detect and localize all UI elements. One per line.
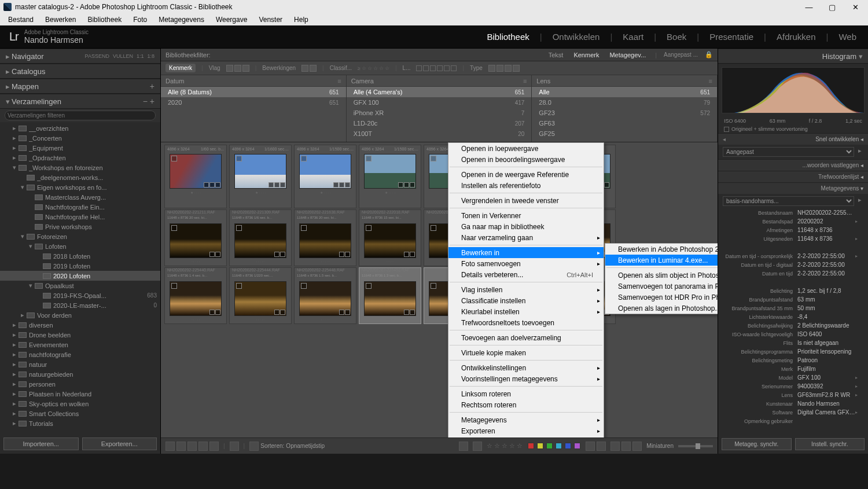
context-menu-item[interactable]: Metagegevens▸ <box>448 414 604 425</box>
menu-weergave[interactable]: Weergave <box>210 14 253 25</box>
collection-item[interactable]: ▾Fotoreizen <box>0 231 160 241</box>
metadata-row[interactable]: iPhone XR7 <box>347 108 532 118</box>
metadata-field[interactable] <box>718 243 868 252</box>
loupe-view-button[interactable] <box>176 442 186 451</box>
filter-tab-kenmerk[interactable]: Kenmerk <box>571 52 601 58</box>
thumbnail-grid[interactable]: 4896 x 32641/60 sec. b...★ · · · ·4896 x… <box>161 142 718 437</box>
sort-direction-button[interactable] <box>249 442 259 451</box>
context-menu-item[interactable]: Samenvoegen tot HDR Pro in Photoshop... <box>605 292 718 303</box>
color-label-button[interactable] <box>528 443 534 449</box>
collection-item[interactable]: 2018 Lofoten <box>0 251 160 261</box>
context-menu-item[interactable]: Samenvoegen tot panorama in Photoshop... <box>605 281 718 292</box>
context-menu-item[interactable]: Classificatie instellen▸ <box>448 295 604 306</box>
thumbnail-cell[interactable]: NH20200202-225444.RAF11648 x 8736 1/220 … <box>229 267 292 324</box>
collection-item[interactable]: ▸personen <box>0 379 160 389</box>
thumbnail-cell[interactable]: NH20200202-222018.RAF11648 x 8736 15 sec… <box>359 209 421 266</box>
metadata-field[interactable] <box>718 278 868 286</box>
metadata-field[interactable]: ModelGFX 100▸ <box>718 373 868 382</box>
context-menu-item[interactable]: Openen in beoordelingsweergave <box>448 154 604 165</box>
histogram-panel[interactable]: Histogram ▾ <box>718 49 868 64</box>
collection-item[interactable]: ▾_Workshops en fotoreizen <box>0 163 160 172</box>
minimize-button[interactable]: — <box>800 3 818 12</box>
context-menu-item[interactable]: Vergrendelen in tweede venster <box>448 195 604 206</box>
color-filter[interactable] <box>416 65 457 71</box>
collection-item[interactable]: ▸Drone beelden <box>0 330 160 340</box>
metadata-row[interactable]: GF25 <box>532 128 717 139</box>
collection-item[interactable]: ▾Eigen workshops en fo... <box>0 182 160 192</box>
collection-item[interactable]: ▾Lofoten <box>0 241 160 251</box>
thumbnail-size-slider[interactable] <box>678 445 713 447</box>
metadata-field[interactable]: Brandpuntsafstand 35 mm50 mm <box>718 304 868 312</box>
sort-dropdown[interactable]: Opnametijdstip <box>286 443 325 449</box>
menu-metagegevens[interactable]: Metagegevens <box>153 14 210 25</box>
people-view-button[interactable] <box>209 442 219 451</box>
collection-item[interactable]: 2020-LE-master-...0 <box>0 300 160 310</box>
metadata-preset-select[interactable]: basis-nandoharms... <box>723 196 854 206</box>
color-label-button[interactable] <box>537 443 543 449</box>
context-submenu[interactable]: Bewerken in Adobe Photoshop 2020...Bewer… <box>605 243 718 314</box>
keywording-panel[interactable]: ...woorden vastleggen ◂ <box>718 159 868 171</box>
thumbnail-cell[interactable]: NH20200202-221638.RAF11648 x 8736 20 sec… <box>294 209 356 266</box>
thumbnail-cell[interactable]: 4896 x 32641/60 sec. b...★ · · · · <box>164 145 227 208</box>
module-ontwikkelen[interactable]: Ontwikkelen <box>550 32 602 42</box>
rotate-left-button[interactable] <box>586 442 595 451</box>
rotate-buttons[interactable] <box>586 442 606 451</box>
maximize-button[interactable]: ▢ <box>823 3 841 12</box>
metadata-field[interactable]: BestandsnaamNH20200202-225500.RAF <box>718 208 868 217</box>
quickdev-preset-select[interactable]: Aangepast <box>723 147 854 157</box>
sync-metadata-button[interactable]: Metageg. synchr. <box>722 438 792 450</box>
survey-view-button[interactable] <box>198 442 208 451</box>
color-label-button[interactable] <box>565 443 571 449</box>
thumbnail-cell[interactable]: NH20200202-225440.RAF11648 x 8736 1.4 se… <box>164 267 227 324</box>
verzamelingen-panel[interactable]: ▾ Verzamelingen − + <box>0 94 160 109</box>
metadata-field[interactable]: BelichtingsmetingPatroon <box>718 356 868 365</box>
metadata-column-header[interactable]: Lens≡ <box>532 75 717 87</box>
color-label-button[interactable] <box>556 443 562 449</box>
grid-view-button[interactable] <box>165 442 175 451</box>
collection-item[interactable]: 2019 Lofoten <box>0 261 160 271</box>
context-menu-item[interactable]: Trefwoordsneltoets toevoegen <box>448 317 604 328</box>
export-button[interactable]: Exporteren... <box>82 437 157 450</box>
play-button[interactable] <box>621 442 631 451</box>
thumbnail-cell[interactable]: 4896 x 32641/1600 sec....★ · · · · <box>229 145 292 208</box>
thumbnail-cell[interactable]: 4896 x 32641/1500 sec....★ · · · · <box>359 145 421 208</box>
metadata-row[interactable]: L1D-20c207 <box>347 118 532 128</box>
menu-help[interactable]: Help <box>288 14 314 25</box>
module-web[interactable]: Web <box>836 32 859 42</box>
context-menu-item[interactable]: Tonen in Verkenner <box>448 210 604 221</box>
metadata-column-header[interactable]: Datum≡ <box>161 75 346 87</box>
context-menu-item[interactable]: Foto samenvoegen▸ <box>448 258 604 269</box>
context-menu-item[interactable]: Bewerken in▸ <box>448 247 604 258</box>
painter-button[interactable] <box>230 442 239 451</box>
mappen-panel[interactable]: ▸ Mappen + <box>0 79 160 94</box>
metadata-field[interactable]: Uitgesneden11648 x 8736▸ <box>718 234 868 243</box>
attribute-kenmerk[interactable]: Kenmerk <box>165 64 196 72</box>
collection-item[interactable]: ▾Opaalkust <box>0 281 160 291</box>
checkbox-icon[interactable] <box>724 127 729 132</box>
prev-button[interactable] <box>610 442 620 451</box>
context-menu-item[interactable]: Naar verzameling gaan▸ <box>448 232 604 243</box>
collection-item[interactable]: Masterclass Auverg... <box>0 192 160 202</box>
filter-tab-tekst[interactable]: Tekst <box>546 52 566 58</box>
metadata-row[interactable]: GFX 100417 <box>347 97 532 108</box>
rating-stars[interactable]: ☆☆☆☆☆ <box>487 442 523 450</box>
collection-item[interactable]: 2020 Lofoten <box>0 271 160 281</box>
metadata-field[interactable]: Datum en tijd - digitaal2-2-2020 22:55:0… <box>718 260 868 269</box>
module-bibliotheek[interactable]: Bibliotheek <box>484 32 531 42</box>
metadata-field[interactable]: KunstenaarNando Harmsen <box>718 399 868 408</box>
next-button[interactable] <box>632 442 642 451</box>
navigator-panel[interactable]: ▸ Navigator PASSENDVULLEN1:11:8 <box>0 49 160 64</box>
import-button[interactable]: Importeren... <box>3 437 79 450</box>
collection-item[interactable]: ▸__overzichten <box>0 123 160 133</box>
context-menu-item[interactable]: Details verbeteren...Ctrl+Alt+I <box>448 269 604 280</box>
context-menu-item[interactable]: Kleurlabel instellen▸ <box>448 306 604 317</box>
metadata-field[interactable]: Opmerking gebruiker <box>718 417 868 425</box>
thumbnail-cell[interactable]: 4896 x 32641/1500 sec....★ · · · · <box>294 145 356 208</box>
thumbnail-cell[interactable]: NH20200202-221211.RAF11648 x 8736 20 sec… <box>164 209 227 266</box>
metadata-row[interactable]: GF23572 <box>532 108 717 118</box>
lock-icon[interactable]: 🔒 <box>705 51 713 58</box>
metadata-field[interactable]: MerkFujifilm <box>718 365 868 373</box>
thumbnail-cell[interactable]: NH20200202-225448.RAF11648 x 8736 1.5 se… <box>294 267 356 324</box>
metadata-field[interactable]: Bestandspad20200202▸ <box>718 217 868 226</box>
metadata-row[interactable]: X100T20 <box>347 128 532 139</box>
